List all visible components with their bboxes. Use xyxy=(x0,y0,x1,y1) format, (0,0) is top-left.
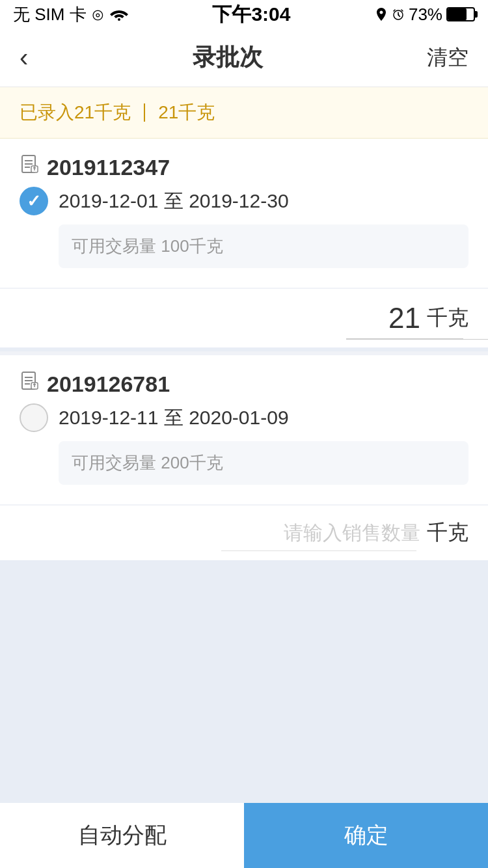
amount-unit-1: 千克 xyxy=(427,304,468,332)
status-right: 73% xyxy=(375,5,475,25)
auto-distribute-button[interactable]: 自动分配 xyxy=(0,803,244,868)
batch-date-row-2: 2019-12-11 至 2020-01-09 xyxy=(20,403,468,432)
batch-available-2: 可用交易量 200千克 xyxy=(59,441,468,485)
status-time: 下午3:04 xyxy=(212,1,290,28)
available-text-1: 可用交易量 100千克 xyxy=(72,236,223,256)
content-area: 2019112347 2019-12-01 至 2019-12-30 可用交易量… xyxy=(0,139,488,811)
battery-icon xyxy=(446,7,475,21)
summary-bar: 已录入21千克 21千克 xyxy=(0,87,488,139)
bottom-bar: 自动分配 确定 xyxy=(0,803,488,868)
summary-divider xyxy=(144,103,145,122)
batch-id-1: 2019112347 xyxy=(47,155,170,180)
radio-1[interactable] xyxy=(20,187,48,215)
svg-point-0 xyxy=(118,18,120,21)
clear-button[interactable]: 清空 xyxy=(427,44,468,72)
input-row-2: 请输入销售数量 千克 xyxy=(0,506,488,564)
battery-text: 73% xyxy=(409,5,442,25)
batch-date-row-1: 2019-12-01 至 2019-12-30 xyxy=(20,187,468,215)
batch-available-1: 可用交易量 100千克 xyxy=(59,224,468,268)
summary-value: 21千克 xyxy=(158,100,215,125)
available-text-2: 可用交易量 200千克 xyxy=(72,453,223,472)
batch-date-2: 2019-12-11 至 2020-01-09 xyxy=(59,405,289,431)
batch-id-2: 2019126781 xyxy=(47,372,170,397)
batch-date-1: 2019-12-01 至 2019-12-30 xyxy=(59,188,289,215)
recorded-label: 已录入21千克 xyxy=(20,100,131,125)
page-title: 录批次 xyxy=(193,42,263,74)
status-bar: 无 SIM 卡 ⊙ 下午3:04 73% xyxy=(0,0,488,29)
input-unit-2: 千克 xyxy=(427,519,468,547)
wifi-icon xyxy=(110,8,128,21)
input-underline-2 xyxy=(221,550,416,551)
empty-area xyxy=(0,564,488,811)
batch-header-1: 2019112347 xyxy=(20,154,468,180)
nav-bar: ‹ 录批次 清空 xyxy=(0,29,488,87)
doc-icon-2 xyxy=(20,371,40,397)
location-icon xyxy=(375,8,388,21)
amount-display[interactable]: 21 xyxy=(388,302,420,334)
batch-item-1: 2019112347 2019-12-01 至 2019-12-30 可用交易量… xyxy=(0,139,488,288)
doc-icon-1 xyxy=(20,154,40,180)
amount-row-1: 21 千克 xyxy=(0,289,488,351)
input-placeholder-2: 请输入销售数量 xyxy=(284,520,420,547)
status-left: 无 SIM 卡 ⊙ xyxy=(13,3,128,26)
back-button[interactable]: ‹ xyxy=(20,43,28,72)
amount-value-1: 21 xyxy=(388,302,420,334)
radio-2[interactable] xyxy=(20,403,48,432)
batch-header-2: 2019126781 xyxy=(20,371,468,397)
alarm-icon xyxy=(392,8,405,21)
sim-text: 无 SIM 卡 ⊙ xyxy=(13,3,105,26)
batch-item-2: 2019126781 2019-12-11 至 2020-01-09 可用交易量… xyxy=(0,355,488,504)
confirm-button[interactable]: 确定 xyxy=(244,803,488,868)
